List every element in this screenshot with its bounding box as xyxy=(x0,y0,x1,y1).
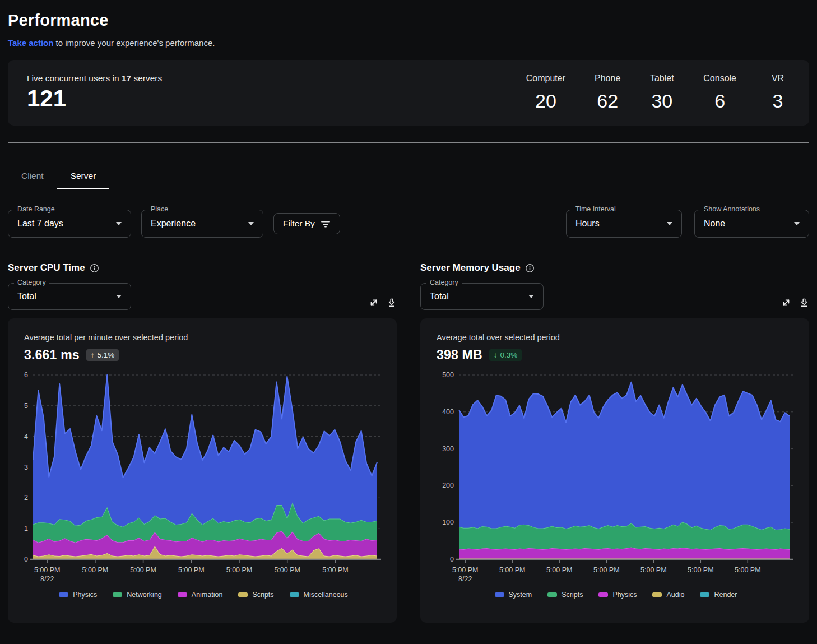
cpu-value-row: 3.661 ms ↑5.1% xyxy=(24,348,389,363)
live-users-card: Live concurrent users in 17 servers 121 … xyxy=(8,60,809,126)
svg-text:5:00 PM: 5:00 PM xyxy=(130,566,156,574)
legend-swatch xyxy=(59,592,68,597)
filter-row: Date Range Last 7 days Place Experience … xyxy=(8,210,809,238)
take-action-link[interactable]: Take action xyxy=(8,38,53,48)
chevron-down-icon xyxy=(116,222,122,225)
legend-label: Scripts xyxy=(252,591,273,599)
memory-category-select[interactable]: Category Total xyxy=(420,283,544,310)
download-chart-button[interactable] xyxy=(387,298,397,308)
legend-item: Networking xyxy=(113,591,162,599)
cpu-category-select[interactable]: Category Total xyxy=(8,283,131,310)
time-interval-label: Time Interval xyxy=(572,205,619,213)
platform-label: VR xyxy=(765,73,790,84)
expand-icon xyxy=(781,298,791,308)
cpu-delta-badge: ↑5.1% xyxy=(86,349,119,361)
legend-label: System xyxy=(509,591,532,599)
legend-swatch xyxy=(495,592,504,597)
charts-grid: Server CPU Time Category Total xyxy=(8,262,809,623)
subtitle-text: to improve your experience's performance… xyxy=(53,38,215,48)
memory-average-value: 398 MB xyxy=(437,348,482,363)
show-annotations-select[interactable]: Show Annotations None xyxy=(694,210,809,238)
cpu-chart-actions xyxy=(369,298,397,310)
live-users-label: Live concurrent users in 17 servers xyxy=(27,73,162,84)
svg-text:5:00 PM: 5:00 PM xyxy=(274,566,300,574)
page-subtitle: Take action to improve your experience's… xyxy=(8,38,809,48)
place-select[interactable]: Place Experience xyxy=(141,210,263,238)
cpu-chart-controls: Category Total xyxy=(8,283,397,310)
cpu-chart-title: Server CPU Time xyxy=(8,262,85,274)
memory-chart-header: Server Memory Usage xyxy=(420,262,809,274)
category-label: Category xyxy=(14,279,49,286)
tab-client[interactable]: Client xyxy=(8,164,57,189)
place-label: Place xyxy=(147,205,171,213)
live-users-total: 121 xyxy=(27,86,162,112)
expand-chart-button[interactable] xyxy=(369,298,379,308)
info-icon[interactable] xyxy=(525,263,535,273)
legend-swatch xyxy=(178,592,187,597)
cpu-chart-canvas[interactable]: 01234565:00 PM8/225:00 PM5:00 PM5:00 PM5… xyxy=(18,370,389,586)
legend-swatch xyxy=(598,592,608,597)
live-users-prefix: Live concurrent users in xyxy=(27,73,122,83)
performance-page: Performance Take action to improve your … xyxy=(0,0,817,623)
memory-delta-value: 0.3% xyxy=(500,351,517,359)
client-server-tabs: Client Server xyxy=(8,164,809,189)
chevron-down-icon xyxy=(116,295,122,298)
download-icon xyxy=(387,298,397,308)
platform-value: 20 xyxy=(526,90,565,112)
svg-text:5: 5 xyxy=(24,402,28,410)
memory-chart-legend: SystemScriptsPhysicsAudioRender xyxy=(430,591,801,599)
legend-label: Render xyxy=(714,591,737,599)
info-icon[interactable] xyxy=(90,263,99,273)
svg-text:5:00 PM: 5:00 PM xyxy=(34,566,61,574)
platform-label: Tablet xyxy=(649,73,674,84)
tab-server[interactable]: Server xyxy=(57,164,110,189)
svg-text:8/22: 8/22 xyxy=(458,575,472,583)
platform-label: Computer xyxy=(526,73,565,84)
memory-chart-actions xyxy=(781,298,809,310)
svg-text:3: 3 xyxy=(24,464,28,471)
platform-stats: Computer 20 Phone 62 Tablet 30 Console 6… xyxy=(526,73,790,112)
platform-value: 3 xyxy=(765,90,790,112)
cpu-chart-legend: PhysicsNetworkingAnimationScriptsMiscell… xyxy=(18,591,389,599)
legend-item: Miscellaneous xyxy=(290,591,348,599)
time-interval-select[interactable]: Time Interval Hours xyxy=(566,210,682,238)
show-annotations-value: None xyxy=(704,219,787,229)
memory-value-row: 398 MB ↓0.3% xyxy=(437,348,801,363)
memory-chart-canvas[interactable]: 01002003004005005:00 PM8/225:00 PM5:00 P… xyxy=(430,370,801,586)
filter-by-button[interactable]: Filter By xyxy=(273,213,340,234)
legend-swatch xyxy=(700,592,709,597)
svg-text:6: 6 xyxy=(24,371,28,379)
legend-swatch xyxy=(290,592,299,597)
svg-text:5:00 PM: 5:00 PM xyxy=(546,566,573,574)
svg-text:500: 500 xyxy=(442,371,454,379)
time-interval-value: Hours xyxy=(575,219,660,229)
date-range-value: Last 7 days xyxy=(17,219,109,229)
download-chart-button[interactable] xyxy=(799,298,809,308)
svg-text:0: 0 xyxy=(24,555,28,563)
memory-chart-subtitle: Average total over selected period xyxy=(437,333,801,342)
platform-tablet: Tablet 30 xyxy=(649,73,674,112)
legend-item: System xyxy=(495,591,532,599)
section-divider xyxy=(8,142,809,143)
expand-icon xyxy=(369,298,379,308)
filter-by-label: Filter By xyxy=(283,219,315,229)
date-range-select[interactable]: Date Range Last 7 days xyxy=(8,210,131,238)
legend-item: Physics xyxy=(598,591,637,599)
arrow-up-icon: ↑ xyxy=(91,351,95,359)
date-range-label: Date Range xyxy=(14,205,58,213)
svg-text:5:00 PM: 5:00 PM xyxy=(322,566,349,574)
svg-text:2: 2 xyxy=(24,494,28,502)
svg-text:200: 200 xyxy=(442,481,454,489)
svg-text:0: 0 xyxy=(450,555,454,563)
svg-text:400: 400 xyxy=(442,408,454,416)
svg-text:5:00 PM: 5:00 PM xyxy=(226,566,253,574)
legend-swatch xyxy=(113,592,122,597)
expand-chart-button[interactable] xyxy=(781,298,791,308)
platform-value: 6 xyxy=(703,90,736,112)
svg-text:5:00 PM: 5:00 PM xyxy=(735,566,761,574)
legend-item: Scripts xyxy=(547,591,583,599)
svg-text:5:00 PM: 5:00 PM xyxy=(688,566,714,574)
category-value: Total xyxy=(430,291,522,302)
platform-console: Console 6 xyxy=(703,73,736,112)
svg-text:5:00 PM: 5:00 PM xyxy=(82,566,109,574)
